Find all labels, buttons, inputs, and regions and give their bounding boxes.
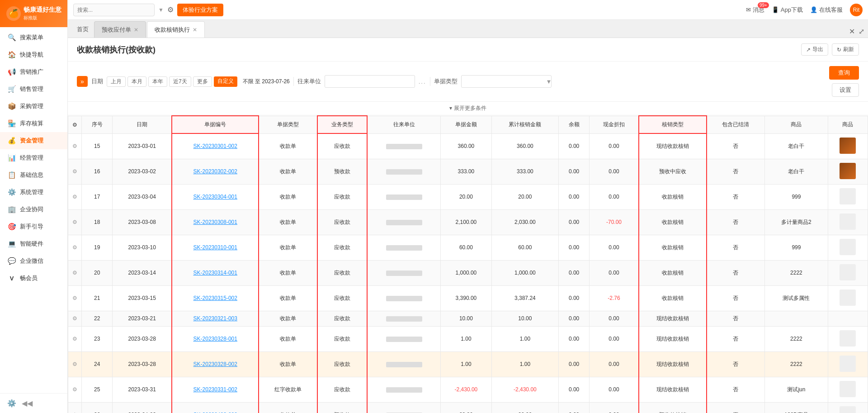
th-settings[interactable]: ⚙ — [68, 116, 82, 133]
date-btn-this-month[interactable]: 本月 — [127, 76, 146, 87]
type-filter-select[interactable] — [461, 75, 552, 88]
date-btn-last-month[interactable]: 上月 — [107, 76, 126, 87]
table-row[interactable]: ⚙ 26 2023-04-03 SK-20230403-002 收款单 预收款 … — [68, 402, 868, 413]
collapse-btn[interactable]: ◀◀ — [22, 399, 33, 408]
refresh-button[interactable]: ↻ 刷新 — [832, 43, 859, 56]
td-include-settled: 否 — [707, 326, 765, 351]
tab-expand-btn[interactable]: ⤢ — [859, 27, 864, 36]
sidebar-item-sales[interactable]: 🛒 销售管理 — [0, 81, 67, 98]
date-custom-badge: 自定义 — [214, 76, 237, 87]
sidebar-item-hardware[interactable]: 💻 智能硬件 — [0, 235, 67, 252]
topbar: ▼ ⚙ 体验行业方案 ✉ 消息 99+ 📱 App下载 👤 在线客服 Rit — [68, 0, 868, 20]
td-canceltype: 收款核销 — [639, 209, 707, 235]
expand-more-bar[interactable]: ▾ 展开更多条件 — [68, 102, 868, 115]
tab-home[interactable]: 首页 — [71, 21, 94, 38]
topbar-dropdown-arrow[interactable]: ▼ — [158, 7, 164, 13]
settings-footer-btn[interactable]: ⚙️ — [7, 399, 16, 408]
unit-filter-input[interactable] — [325, 75, 415, 88]
table-row[interactable]: ⚙ 21 2023-03-15 SK-20230315-002 收款单 应收款 … — [68, 285, 868, 311]
td-singletype: 收款单 — [259, 159, 317, 184]
data-table-wrapper[interactable]: ⚙ 序号 日期 单据编号 单据类型 业务类型 往来单位 单据金额 累计核销金额 … — [68, 115, 868, 413]
table-row[interactable]: ⚙ 18 2023-03-08 SK-20230308-001 收款单 应收款 … — [68, 209, 868, 235]
td-settings: ⚙ — [68, 159, 82, 184]
tab-cancel-close[interactable]: ✕ — [193, 27, 197, 33]
table-row[interactable]: ⚙ 25 2023-03-31 SK-20230331-002 红字收款单 应收… — [68, 377, 868, 402]
td-singleno[interactable]: SK-20230328-001 — [172, 326, 259, 351]
td-singleno[interactable]: SK-20230301-002 — [172, 133, 259, 159]
table-row[interactable]: ⚙ 20 2023-03-14 SK-20230314-001 收款单 应收款 … — [68, 260, 868, 285]
td-balance: 0.00 — [558, 209, 589, 235]
sidebar-item-purchase[interactable]: 📦 采购管理 — [0, 98, 67, 115]
sidebar-item-search[interactable]: 🔍 搜索菜单 — [0, 29, 67, 46]
column-settings-icon[interactable]: ⚙ — [72, 122, 77, 128]
query-button[interactable]: 查询 — [829, 66, 859, 80]
td-cancel-amount: -2,430.00 — [491, 377, 558, 402]
filter-toggle-btn[interactable]: » — [77, 76, 88, 87]
sidebar-item-corp[interactable]: 🏢 企业协同 — [0, 201, 67, 218]
sidebar-item-guide[interactable]: 🎯 新手引导 — [0, 218, 67, 235]
td-balance: 0.00 — [558, 184, 589, 209]
td-singletype: 收款单 — [259, 285, 317, 311]
td-singleno[interactable]: SK-20230403-002 — [172, 402, 259, 413]
tab-cancel-label: 收款核销执行 — [155, 26, 190, 34]
td-discount: 0.00 — [590, 133, 639, 159]
tab-close-all-btn[interactable]: ✕ — [849, 27, 855, 36]
topbar-gear-icon[interactable]: ⚙ — [167, 5, 174, 14]
td-singleno[interactable]: SK-20230314-001 — [172, 260, 259, 285]
sidebar-item-member[interactable]: V 畅会员 — [0, 270, 67, 287]
solution-button[interactable]: 体验行业方案 — [177, 4, 223, 16]
td-include-settled: 否 — [707, 402, 765, 413]
sidebar-item-basic[interactable]: 📋 基础信息 — [0, 166, 67, 184]
date-btn-this-year[interactable]: 本年 — [148, 76, 167, 87]
td-date: 2023-04-03 — [113, 402, 172, 413]
export-button[interactable]: ↗ 导出 — [801, 43, 828, 56]
sidebar-item-inventory[interactable]: 🏪 库存核算 — [0, 115, 67, 132]
td-settings: ⚙ — [68, 377, 82, 402]
th-product: 商品 — [765, 116, 828, 133]
th-no: 序号 — [82, 116, 113, 133]
sidebar-item-operations[interactable]: 📊 经营管理 — [0, 149, 67, 166]
sidebar-item-quicknav[interactable]: 🏠 快捷导航 — [0, 46, 67, 63]
date-btn-7days[interactable]: 近7天 — [169, 76, 191, 87]
date-btn-more[interactable]: 更多 — [193, 76, 212, 87]
table-row[interactable]: ⚙ 19 2023-03-10 SK-20230310-001 收款单 应收款 … — [68, 235, 868, 260]
td-amount: 10.00 — [441, 311, 492, 326]
table-row[interactable]: ⚙ 22 2023-03-21 SK-20230321-003 收款单 应收款 … — [68, 311, 868, 326]
td-include-settled: 否 — [707, 311, 765, 326]
table-row[interactable]: ⚙ 23 2023-03-28 SK-20230328-001 收款单 应收款 … — [68, 326, 868, 351]
td-singleno[interactable]: SK-20230315-002 — [172, 285, 259, 311]
app-download-btn[interactable]: 📱 App下载 — [772, 6, 803, 14]
table-row[interactable]: ⚙ 24 2023-03-28 SK-20230328-002 收款单 应收款 … — [68, 351, 868, 377]
td-singleno[interactable]: SK-20230302-002 — [172, 159, 259, 184]
table-row[interactable]: ⚙ 15 2023-03-01 SK-20230301-002 收款单 应收款 … — [68, 133, 868, 159]
message-btn[interactable]: ✉ 消息 99+ — [746, 6, 764, 14]
tab-cancel[interactable]: 收款核销执行 ✕ — [147, 21, 205, 38]
td-singleno[interactable]: SK-20230308-001 — [172, 209, 259, 235]
sidebar-label-marketing: 营销推广 — [20, 68, 43, 76]
table-row[interactable]: ⚙ 17 2023-03-04 SK-20230304-001 收款单 应收款 … — [68, 184, 868, 209]
sidebar-item-marketing[interactable]: 📢 营销推广 — [0, 63, 67, 81]
td-no: 18 — [82, 209, 113, 235]
td-no: 21 — [82, 285, 113, 311]
td-singleno[interactable]: SK-20230310-001 — [172, 235, 259, 260]
td-singleno[interactable]: SK-20230328-002 — [172, 351, 259, 377]
sidebar-item-wechat[interactable]: 💬 企业微信 — [0, 252, 67, 270]
user-avatar[interactable]: Rit — [850, 4, 863, 16]
td-no: 16 — [82, 159, 113, 184]
table-row[interactable]: ⚙ 16 2023-03-02 SK-20230302-002 收款单 预收款 … — [68, 159, 868, 184]
online-service-btn[interactable]: 👤 在线客服 — [810, 6, 843, 14]
tab-prepay[interactable]: 预收应付单 ✕ — [94, 21, 146, 38]
td-amount: 20.00 — [441, 184, 492, 209]
td-singleno[interactable]: SK-20230331-002 — [172, 377, 259, 402]
tab-prepay-close[interactable]: ✕ — [134, 27, 138, 33]
filter-settings-button[interactable]: 设置 — [832, 83, 859, 97]
td-singleno[interactable]: SK-20230304-001 — [172, 184, 259, 209]
sidebar-item-system[interactable]: ⚙️ 系统管理 — [0, 184, 67, 201]
sidebar-label-sales: 销售管理 — [20, 85, 43, 93]
sidebar-label-capital: 资金管理 — [20, 137, 43, 145]
sidebar-item-capital[interactable]: 💰 资金管理 — [0, 132, 67, 149]
td-biztype: 应收款 — [317, 209, 367, 235]
topbar-search-input[interactable] — [73, 4, 155, 16]
td-singleno[interactable]: SK-20230321-003 — [172, 311, 259, 326]
td-settings: ⚙ — [68, 133, 82, 159]
